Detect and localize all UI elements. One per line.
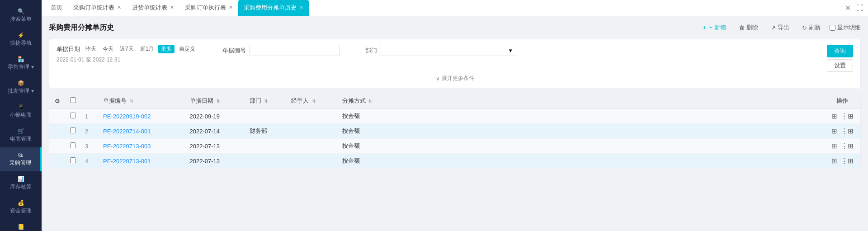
sidebar-item-retail[interactable]: 🏪 零售管理 ▾ [0,52,42,75]
row-dept-3 [245,154,287,169]
search-button[interactable]: 查询 [827,45,853,57]
export-icon: ↗ [771,24,776,31]
data-table-wrapper: ⚙ 单据编号 ⇅ 单据日期 ⇅ [49,93,861,169]
th-dept: 部门 ⇅ [245,93,287,109]
dept-label: 部门 [365,47,377,55]
sort-handler-icon[interactable]: ⇅ [312,99,316,104]
row-handler-3 [287,154,337,169]
row-gear-col [49,139,66,154]
row-op-2: ⊞ ⋮⊞ [824,139,860,154]
sidebar: 🔍 搜索菜单 ⚡ 快捷导航 🏪 零售管理 ▾ 📦 批发管理 ▾ 📱 小畅电商 🛒… [0,0,42,231]
purchase-icon: 🛍 [2,152,38,158]
bill-no-link-3[interactable]: PE-20220713-001 [103,158,151,165]
sidebar-item-ecommerce[interactable]: 🛒 电商管理 [0,123,42,147]
row-checkbox-3[interactable] [70,157,76,163]
row-edit-icon-3[interactable]: ⊞ [831,157,837,165]
date-filter-group: 单据日期 昨天 今天 近7天 近1月 更多 自定义 2022-01-01 至 2… [57,45,197,64]
bill-no-filter-group: 单据编号 [222,45,340,56]
row-gear-col [49,154,66,169]
bill-no-link-0[interactable]: PE-20220919-002 [103,113,151,120]
sidebar-item-ledger[interactable]: 📒 总账管理 [0,219,42,231]
inventory-icon: 📊 [2,176,40,182]
row-handler-0 [287,109,337,124]
shortcut-1month[interactable]: 近1月 [138,45,156,53]
sort-bill-no-icon[interactable]: ⇅ [130,99,133,104]
refresh-icon: ↻ [802,24,807,31]
maximize-icon[interactable]: ⛶ [855,3,864,13]
close-tab-purchase-order-exec[interactable]: ✕ [229,5,233,10]
row-more-icon-0[interactable]: ⋮⊞ [841,112,854,120]
sidebar-item-purchase[interactable]: 🛍 采购管理 [0,147,42,171]
shortcut-today[interactable]: 今天 [101,45,115,53]
sidebar-item-mini[interactable]: 📱 小畅电商 [0,99,42,123]
bill-no-input[interactable] [250,45,340,56]
table-row: 2 PE-20220714-001 2022-07-14 财务部 按金额 ⊞ ⋮… [49,124,860,139]
row-more-icon-2[interactable]: ⋮⊞ [841,142,854,150]
row-bill-date-1: 2022-07-14 [185,124,245,139]
close-tab-incoming-stats[interactable]: ✕ [170,5,174,10]
capital-icon: 💰 [2,200,40,206]
row-checkbox-2[interactable] [70,142,76,148]
filter-settings-button[interactable]: 设置 [827,59,853,72]
bill-no-link-2[interactable]: PE-20220713-003 [103,143,151,150]
shortcut-custom[interactable]: 自定义 [177,45,197,53]
close-tab-purchase-order-stats[interactable]: ✕ [117,5,121,10]
show-cols-toggle[interactable]: 显示明细 [830,24,861,32]
row-split-method-2: 按金额 [338,139,824,154]
sidebar-item-wholesale[interactable]: 📦 批发管理 ▾ [0,75,42,99]
th-split-method: 分摊方式 ⇅ [338,93,824,109]
row-split-method-1: 按金额 [338,124,824,139]
row-bill-no-1: PE-20220714-001 [99,124,185,139]
row-edit-icon-0[interactable]: ⊞ [831,112,837,120]
export-button[interactable]: ↗ 导出 [767,22,793,33]
sidebar-item-shortcut[interactable]: ⚡ 快捷导航 [0,28,42,52]
close-all-tabs-icon[interactable]: ✕ [844,3,852,13]
bill-no-link-1[interactable]: PE-20220714-001 [103,128,151,135]
sort-bill-date-icon[interactable]: ⇅ [216,99,220,104]
row-edit-icon-2[interactable]: ⊞ [831,142,837,150]
expand-more-btn[interactable]: ∨ 展开更多条件 [57,75,853,82]
shortcut-yesterday[interactable]: 昨天 [84,45,98,53]
row-checkbox-1[interactable] [70,127,76,133]
ledger-icon: 📒 [2,224,40,230]
filter-actions: 查询 设置 [827,45,853,72]
toolbar: ＋ + 新增 🗑 删除 ↗ 导出 ↻ 刷新 显示明细 [698,22,861,33]
add-button[interactable]: ＋ + 新增 [698,22,730,33]
content-area: 采购费用分摊单历史 ＋ + 新增 🗑 删除 ↗ 导出 ↻ 刷新 [42,16,868,231]
select-all-checkbox[interactable] [70,97,76,103]
row-num-3: 4 [80,154,99,169]
tab-bar: 首页 采购订单统计表 ✕ 进货单统计表 ✕ 采购订单执行表 ✕ 采购费用分摊单历… [42,0,868,16]
row-num-1: 2 [80,124,99,139]
tab-purchase-cost-history[interactable]: 采购费用分摊单历史 ✕ [238,0,309,16]
shortcut-7days[interactable]: 近7天 [118,45,136,53]
row-num-2: 3 [80,139,99,154]
shortcut-icon: ⚡ [2,32,40,38]
refresh-button[interactable]: ↻ 刷新 [798,22,824,33]
tab-purchase-order-stats[interactable]: 采购订单统计表 ✕ [68,0,127,16]
row-more-icon-3[interactable]: ⋮⊞ [841,157,854,165]
row-edit-icon-1[interactable]: ⊞ [831,127,837,135]
close-tab-purchase-cost-history[interactable]: ✕ [299,5,303,10]
row-more-icon-1[interactable]: ⋮⊞ [841,127,854,135]
tab-purchase-order-exec[interactable]: 采购订单执行表 ✕ [179,0,238,16]
tab-incoming-stats[interactable]: 进货单统计表 ✕ [127,0,179,16]
chevron-down-icon: ▾ [509,47,512,54]
row-checkbox-0[interactable] [70,113,76,118]
tab-home[interactable]: 首页 [45,0,68,16]
add-icon: ＋ [702,24,708,32]
sort-dept-icon[interactable]: ⇅ [264,99,268,104]
sort-split-method-icon[interactable]: ⇅ [368,99,372,104]
shortcut-more[interactable]: 更多 [158,45,175,53]
row-op-0: ⊞ ⋮⊞ [824,109,860,124]
row-op-1: ⊞ ⋮⊞ [824,124,860,139]
gear-settings-icon[interactable]: ⚙ [55,98,60,104]
page-title: 采购费用分摊单历史 [49,23,114,33]
dept-select[interactable]: ▾ [381,45,516,56]
sidebar-item-search[interactable]: 🔍 搜索菜单 [0,4,42,28]
delete-button[interactable]: 🗑 删除 [735,22,762,33]
show-cols-checkbox[interactable] [830,25,835,31]
sidebar-item-inventory[interactable]: 📊 库存核算 [0,171,42,195]
sidebar-item-capital[interactable]: 💰 资金管理 [0,195,42,219]
row-num-0: 1 [80,109,99,124]
filter-row-1: 单据日期 昨天 今天 近7天 近1月 更多 自定义 2022-01-01 至 2… [57,45,853,72]
